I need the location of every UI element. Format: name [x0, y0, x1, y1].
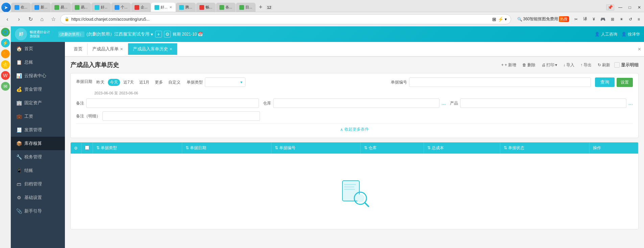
close-content-panel[interactable]: ✕ — [638, 47, 641, 52]
tab-8[interactable]: 好... ✕ — [151, 3, 175, 12]
maximize-button[interactable]: □ — [626, 4, 633, 11]
refresh-button[interactable]: ↻ 刷新 — [596, 61, 612, 69]
forward-button[interactable]: › — [14, 15, 24, 24]
show-detail-checkbox[interactable] — [614, 62, 620, 68]
tab-close-8[interactable]: ✕ — [169, 5, 172, 9]
print-button[interactable]: 🖨 打印 ▾ — [540, 61, 559, 69]
nav-item-home[interactable]: 🏠 首页 — [11, 42, 65, 55]
product-input[interactable] — [460, 98, 626, 108]
ext-icon-5[interactable]: W — [1, 71, 10, 80]
nav-item-archive[interactable]: 🗃 归档管理 — [11, 177, 65, 191]
bookmark-button[interactable]: ☆ — [49, 15, 58, 24]
user-avatar[interactable]: 👤 徐泽华 — [621, 31, 640, 37]
minimize-button[interactable]: — — [617, 4, 624, 11]
tab-11[interactable]: 各... — [216, 3, 236, 12]
table-header-date[interactable]: ⇅ 单据日期 — [182, 142, 271, 154]
company-select-dropdown[interactable]: (勿删勿禁用）江西服宝测试专用 ▾ — [87, 31, 153, 37]
lightning-icon[interactable]: ⚡ — [498, 17, 503, 22]
ext-icon-4[interactable]: ⭐ — [1, 60, 10, 69]
tab-stock-in-history[interactable]: 产成品入库单历史 ✕ — [128, 43, 177, 55]
table-header-status[interactable]: ⇅ 单据状态 — [500, 142, 589, 154]
new-tab-button[interactable]: + — [256, 3, 265, 12]
product-dots[interactable]: ... — [628, 100, 633, 106]
search-box[interactable]: 🔍 360智能抠图免费用 热搜 — [516, 16, 570, 23]
close-button[interactable]: ✕ — [636, 4, 643, 11]
tab-close-history[interactable]: ✕ — [169, 47, 172, 51]
url-bar[interactable]: 🔒 https://cloud.chanjet.com/accounting/u… — [60, 14, 511, 24]
import-button[interactable]: ↓ 导入 — [561, 61, 576, 69]
tab-close-stock-in[interactable]: ✕ — [120, 47, 123, 51]
nav-item-finance[interactable]: 💰 资金管理 — [11, 83, 65, 96]
number-input[interactable] — [409, 77, 591, 87]
add-company-button[interactable]: + — [155, 31, 162, 38]
tab-4[interactable]: 易... — [71, 3, 91, 12]
ext-icon-2[interactable]: ⚡ — [1, 39, 10, 47]
back-button[interactable]: ‹ — [3, 15, 12, 24]
scissors-tool[interactable]: ✂ — [573, 16, 579, 22]
export-button[interactable]: ↑ 导出 — [578, 61, 594, 69]
show-detail-toggle[interactable]: 显示明细 — [614, 62, 639, 68]
yesterday-btn[interactable]: 昨天 — [94, 79, 106, 86]
human-consult-button[interactable]: 👤 人工咨询 — [595, 31, 617, 37]
translate-tool[interactable]: 译 — [582, 16, 589, 23]
tab-12[interactable]: 目... — [236, 3, 256, 12]
table-header-warehouse[interactable]: ⇅ 仓库 — [361, 142, 424, 154]
home-button[interactable]: ⌂ — [37, 15, 47, 24]
nav-item-invoice[interactable]: 🧾 发票管理 — [11, 123, 65, 137]
query-button[interactable]: 查询 — [595, 77, 615, 87]
collapse-button[interactable]: ∧ 收起更多条件 — [339, 125, 370, 134]
ext-icon-3[interactable]: 🔶 — [1, 49, 10, 58]
tab-1[interactable]: 在... — [11, 3, 31, 12]
table-header-cost[interactable]: ⇅ 总成本 — [424, 142, 500, 154]
today-btn[interactable]: 今天 — [108, 79, 120, 86]
tab-5[interactable]: 好... — [91, 3, 111, 12]
theme-tool[interactable]: ☀ — [618, 16, 625, 22]
tab-9[interactable]: 腾... — [176, 3, 195, 12]
1month-btn[interactable]: 近1月 — [137, 79, 152, 86]
7days-btn[interactable]: 近7天 — [121, 79, 136, 86]
ext-icon-6[interactable]: ✉ — [1, 82, 10, 91]
tab-10[interactable]: 畅... — [196, 3, 216, 12]
table-header-gear[interactable]: ⚙ — [71, 142, 81, 154]
custom-btn[interactable]: 自定义 — [166, 79, 183, 86]
delete-button[interactable]: 🗑 删除 — [520, 61, 538, 69]
table-header-number[interactable]: ⇅ 单据编号 — [271, 142, 361, 154]
table-header-type[interactable]: ⇅ 单据类型 — [93, 142, 182, 154]
select-all-checkbox[interactable] — [85, 145, 89, 150]
tab-2[interactable]: 新... — [31, 3, 51, 12]
remark-input[interactable] — [86, 98, 259, 108]
nav-item-closing[interactable]: 📱 结账 — [11, 164, 65, 177]
tab-count[interactable]: 12 — [266, 5, 272, 10]
warehouse-dots[interactable]: ... — [442, 100, 446, 106]
nav-item-ledger[interactable]: 📋 总账 — [11, 55, 65, 69]
refresh-tool[interactable]: ↺ — [627, 16, 634, 22]
grid-tool[interactable]: ⊞ — [610, 16, 616, 22]
settings-button[interactable]: ⚙ — [164, 31, 171, 38]
yuan-tool[interactable]: ¥ — [591, 16, 596, 22]
type-select[interactable]: ▾ — [205, 77, 245, 87]
new-button[interactable]: + + 新增 — [499, 61, 518, 69]
nav-item-fixed-assets[interactable]: 🏢 固定资产 — [11, 96, 65, 110]
menu-tool[interactable]: ≡ — [636, 16, 641, 22]
calendar-icon[interactable]: 📅 — [198, 32, 203, 37]
nav-item-newbie[interactable]: 📎 新手引导 — [11, 204, 65, 218]
warehouse-input[interactable] — [273, 98, 439, 108]
nav-item-tax[interactable]: 🔧 税务管理 — [11, 150, 65, 164]
tab-homepage[interactable]: 首页 — [69, 43, 88, 55]
nav-item-cloud-reports[interactable]: 📊 云报表中心 — [11, 69, 65, 83]
tab-7[interactable]: 企... — [131, 3, 151, 12]
nav-item-settings[interactable]: ⚙ 基础设置 — [11, 191, 65, 204]
chevron-down-icon[interactable]: ▾ — [505, 17, 507, 22]
tab-6[interactable]: 个... — [111, 3, 131, 12]
tab-stock-in[interactable]: 产成品入库单 ✕ — [88, 43, 128, 55]
grid-icon[interactable]: ⊞ — [492, 17, 496, 22]
nav-item-inventory[interactable]: 📦 库存核算 — [11, 137, 65, 150]
ext-icon-1[interactable]: 🌐 — [1, 28, 10, 37]
detail-remark-input[interactable] — [102, 111, 260, 121]
nav-item-payroll[interactable]: 💼 工资 — [11, 110, 65, 123]
refresh-button[interactable]: ↻ — [26, 15, 35, 24]
tab-3[interactable]: 易... — [51, 3, 71, 12]
table-header-check[interactable] — [81, 142, 93, 154]
game-tool[interactable]: 🎮 — [599, 16, 607, 22]
more-btn[interactable]: 更多 — [153, 79, 165, 86]
